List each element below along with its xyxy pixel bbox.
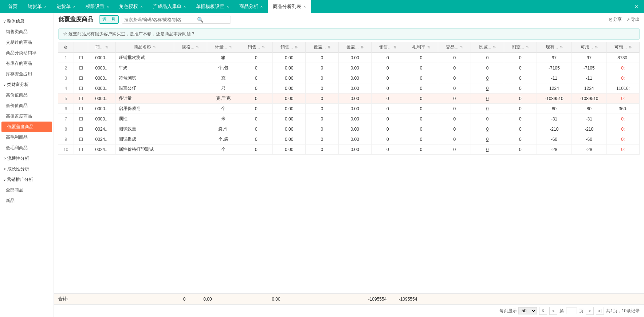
nav-tab-close[interactable]: × xyxy=(44,4,46,9)
sidebar-item[interactable]: 高价值商品 xyxy=(0,90,54,100)
table-header-cell[interactable]: 交易... ⇅ xyxy=(438,42,471,53)
prev-page-button[interactable]: < xyxy=(549,307,557,315)
table-row: 1☐0000...旺铺批次测试箱00.0000.000000097978730: xyxy=(58,53,640,63)
table-header-cell[interactable]: 销售... ⇅ xyxy=(273,42,306,53)
table-header-cell[interactable]: 覆盖... ⇅ xyxy=(306,42,338,53)
date-filter-button[interactable]: 近一月 xyxy=(99,15,119,24)
table-cell: 属性 xyxy=(116,114,174,124)
nav-tab[interactable]: 商品分析列表× xyxy=(268,0,311,13)
table-cell: 0000... xyxy=(88,63,116,73)
nav-tab-close[interactable]: × xyxy=(260,4,263,9)
toolbar-actions: ⎘ 分享 ↗ 导出 xyxy=(609,16,640,23)
nav-tab-close[interactable]: × xyxy=(140,4,142,9)
table-header-cell[interactable]: 计量... ⇅ xyxy=(207,42,240,53)
sort-icon: ⇅ xyxy=(360,45,364,49)
table-header-cell[interactable]: 规格... ⇅ xyxy=(174,42,207,53)
per-page-select[interactable]: 50 100 200 xyxy=(518,307,537,314)
sidebar-item[interactable]: 库存资金占用 xyxy=(0,69,54,79)
sidebar-item[interactable]: 低毛利商品 xyxy=(0,143,54,153)
sidebar-group-header[interactable]: >流通性分析 xyxy=(0,153,54,164)
nav-tab[interactable]: 角色授权× xyxy=(114,0,148,13)
table-cell: 8730: xyxy=(606,53,639,63)
table-cell: -1089510 xyxy=(572,94,606,104)
table-cell xyxy=(174,63,207,73)
window-close-button[interactable]: × xyxy=(632,3,641,10)
table-header-cell[interactable]: 浏览... ⇅ xyxy=(504,42,537,53)
table-cell: 0024... xyxy=(88,144,116,155)
table-header-cell[interactable]: 毛利率 ⇅ xyxy=(404,42,438,53)
next-page-button[interactable]: > xyxy=(586,307,594,315)
table-cell: 0 xyxy=(240,144,272,155)
nav-tab[interactable]: 产成品入库单× xyxy=(148,0,191,13)
table-cell: 只 xyxy=(207,83,240,94)
table-cell: 9 xyxy=(58,134,74,144)
nav-tab-close[interactable]: × xyxy=(303,4,306,9)
page-number-input[interactable]: 1 xyxy=(566,308,577,314)
last-page-button[interactable]: >| xyxy=(596,307,604,315)
share-label: 分享 xyxy=(613,16,622,23)
table-header-cell[interactable]: 商... ⇅ xyxy=(88,42,116,53)
table-cell: 启用保质期 xyxy=(116,104,174,114)
sidebar-item[interactable]: 商品分类动销率 xyxy=(0,48,54,58)
table-cell: 0 xyxy=(504,94,537,104)
sidebar-item[interactable]: 全部商品 xyxy=(0,185,54,195)
table-header-cell[interactable]: 可销... ⇅ xyxy=(606,42,639,53)
sidebar-item[interactable]: 销售类商品 xyxy=(0,27,54,37)
total-records-label: 共1页，10条记录 xyxy=(606,308,640,314)
top-nav: 首页销货单×进货单×权限设置×角色授权×产成品入库单×单据模板设置×商品分析×商… xyxy=(0,0,644,13)
nav-tab[interactable]: 首页 xyxy=(3,0,23,13)
table-cell: 0 xyxy=(471,124,504,134)
sidebar-item[interactable]: 高覆盖度商品 xyxy=(0,111,54,122)
nav-tab[interactable]: 销货单× xyxy=(23,0,51,13)
table-cell: 0: xyxy=(606,94,639,104)
sidebar-item[interactable]: 交易过的商品 xyxy=(0,37,54,48)
nav-tab-close[interactable]: × xyxy=(107,4,109,9)
table-cell: 0 xyxy=(240,104,272,114)
table-cell: 0 xyxy=(371,124,404,134)
sort-icon: ⇅ xyxy=(594,45,598,49)
search-input[interactable] xyxy=(124,17,197,22)
sidebar-item[interactable]: 有库存的商品 xyxy=(0,58,54,69)
sidebar-group-header[interactable]: v整体信息 xyxy=(0,16,54,27)
sidebar-group-header[interactable]: v类财富分析 xyxy=(0,79,54,90)
sidebar-item[interactable]: 新品 xyxy=(0,195,54,206)
sidebar-item[interactable]: 高毛利商品 xyxy=(0,132,54,143)
first-page-button[interactable]: K xyxy=(539,307,547,315)
table-cell: 属性价格打印测试 xyxy=(116,144,174,155)
table-header-cell[interactable]: 可用... ⇅ xyxy=(572,42,606,53)
nav-tab-close[interactable]: × xyxy=(184,4,186,9)
nav-tab[interactable]: 权限设置× xyxy=(80,0,114,13)
nav-tab-close[interactable]: × xyxy=(73,4,75,9)
table-cell xyxy=(174,94,207,104)
table-header-cell[interactable]: 商品名称 ⇅ xyxy=(116,42,174,53)
footer-cells: 0 0.00 0.00 -1095554 -1095554 xyxy=(77,297,640,302)
table-header-cell[interactable]: 销售... ⇅ xyxy=(240,42,272,53)
sidebar-item[interactable]: 低覆盖度商品 xyxy=(1,122,52,132)
table-cell: 多计量 xyxy=(116,94,174,104)
nav-tab[interactable]: 进货单× xyxy=(51,0,80,13)
table-header-cell[interactable]: 销售... ⇅ xyxy=(371,42,404,53)
table-cell: 0 xyxy=(471,114,504,124)
search-icon[interactable]: 🔍 xyxy=(197,17,203,23)
table-header-cell: ⚙ xyxy=(58,42,74,53)
table-cell: 0.00 xyxy=(338,104,371,114)
nav-tab[interactable]: 单据模板设置× xyxy=(191,0,234,13)
export-button[interactable]: ↗ 导出 xyxy=(626,16,640,23)
nav-tab[interactable]: 商品分析× xyxy=(234,0,268,13)
table-header-cell[interactable]: 覆盖... ⇅ xyxy=(338,42,371,53)
share-button[interactable]: ⎘ 分享 xyxy=(609,16,622,23)
table-cell: ☐ xyxy=(74,134,88,144)
sidebar-group-label: 整体信息 xyxy=(7,18,24,24)
table-cell xyxy=(174,53,207,63)
sidebar-group-header[interactable]: >成长性分析 xyxy=(0,164,54,174)
table-cell: ☐ xyxy=(74,114,88,124)
sidebar-group-header[interactable]: v营销推广分析 xyxy=(0,174,54,185)
nav-tab-close[interactable]: × xyxy=(227,4,229,9)
sidebar-item[interactable]: 低价值商品 xyxy=(0,100,54,111)
table-cell: 0 xyxy=(504,73,537,83)
table-header-cell[interactable]: 浏览... ⇅ xyxy=(471,42,504,53)
table-cell: 0 xyxy=(404,73,438,83)
table-cell: 0 xyxy=(240,73,272,83)
table-header-cell[interactable]: 现有... ⇅ xyxy=(537,42,572,53)
table-cell: 0 xyxy=(438,124,471,134)
